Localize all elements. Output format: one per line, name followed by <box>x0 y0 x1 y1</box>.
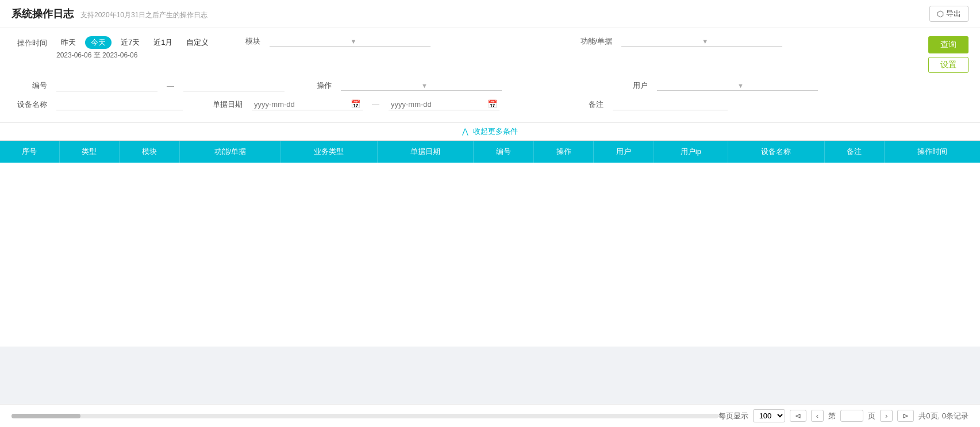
last1month-btn[interactable]: 近1月 <box>149 36 177 49</box>
date-to-calendar-icon[interactable]: 📅 <box>487 99 497 109</box>
settings-button[interactable]: 设置 <box>928 57 969 73</box>
func-label: 功能/单据 <box>577 36 617 47</box>
export-icon: ⬡ <box>937 9 944 18</box>
number-label: 编号 <box>11 80 52 91</box>
collapse-bar[interactable]: ⋀ 收起更多条件 <box>0 122 980 141</box>
func-select[interactable]: ▼ <box>621 37 782 47</box>
time-buttons: 昨天 今天 近7天 近1月 自定义 <box>56 36 213 49</box>
table-header-cell: 用户ip <box>654 141 728 163</box>
device-label: 设备名称 <box>11 99 52 110</box>
action-buttons: 查询 设置 <box>928 36 969 73</box>
operation-chevron-icon: ▼ <box>421 82 499 89</box>
page-title: 系统操作日志 <box>11 7 74 21</box>
table-header-cell: 设备名称 <box>728 141 824 163</box>
number-from-input[interactable] <box>56 80 157 91</box>
date-to-wrap: 📅 <box>389 98 499 110</box>
query-button[interactable]: 查询 <box>928 36 969 53</box>
table-header-cell: 编号 <box>474 141 533 163</box>
empty-area <box>0 163 980 347</box>
today-btn[interactable]: 今天 <box>85 36 112 49</box>
user-select[interactable]: ▼ <box>657 81 818 91</box>
date-to-input[interactable] <box>391 100 487 109</box>
table-header-cell: 模块 <box>120 141 179 163</box>
number-to-input[interactable] <box>183 80 285 91</box>
filter-row-2: 编号 — 操作 ▼ 用户 <box>11 80 969 91</box>
filter-area: 操作时间 昨天 今天 近7天 近1月 自定义 2023-06-06 至 2023… <box>0 28 980 122</box>
header-left: 系统操作日志 支持2020年10月31日之后产生的操作日志 <box>11 7 207 21</box>
func-chevron-icon: ▼ <box>702 38 780 45</box>
table-header-cell: 序号 <box>0 141 59 163</box>
collapse-label: 收起更多条件 <box>473 127 518 136</box>
date-from-calendar-icon[interactable]: 📅 <box>351 99 360 109</box>
yesterday-btn[interactable]: 昨天 <box>56 36 80 49</box>
table-wrap: 序号类型模块功能/单据业务类型单据日期编号操作用户用户ip设备名称备注操作时间 <box>0 141 980 347</box>
time-filter-group: 昨天 今天 近7天 近1月 自定义 2023-06-06 至 2023-06-0… <box>56 36 213 60</box>
table-header-cell: 功能/单据 <box>179 141 280 163</box>
export-button[interactable]: ⬡ 导出 <box>929 6 969 22</box>
time-range: 2023-06-06 至 2023-06-06 <box>56 51 213 60</box>
last7days-btn[interactable]: 近7天 <box>116 36 144 49</box>
remark-input[interactable] <box>613 99 728 110</box>
custom-btn[interactable]: 自定义 <box>182 36 213 49</box>
table-header-cell: 类型 <box>59 141 119 163</box>
table-header-cell: 单据日期 <box>377 141 474 163</box>
table-header-cell: 操作 <box>533 141 593 163</box>
op-time-label: 操作时间 <box>11 36 52 48</box>
collapse-up-icon: ⋀ <box>462 127 468 136</box>
date-dash: — <box>372 100 379 109</box>
operation-select[interactable]: ▼ <box>341 81 502 91</box>
user-label: 用户 <box>612 80 652 91</box>
page-header: 系统操作日志 支持2020年10月31日之后产生的操作日志 ⬡ 导出 <box>0 0 980 28</box>
number-dash: — <box>167 82 174 90</box>
remark-label: 备注 <box>568 99 608 110</box>
table-header-cell: 用户 <box>594 141 654 163</box>
module-label: 模块 <box>225 36 265 47</box>
user-chevron-icon: ▼ <box>737 82 816 89</box>
operation-label: 操作 <box>296 80 336 91</box>
table-header-cell: 备注 <box>824 141 884 163</box>
device-input[interactable] <box>56 99 183 110</box>
date-from-input[interactable] <box>254 100 351 109</box>
date-from-wrap: 📅 <box>252 98 363 110</box>
table-header-cell: 操作时间 <box>884 141 980 163</box>
table-header-row: 序号类型模块功能/单据业务类型单据日期编号操作用户用户ip设备名称备注操作时间 <box>0 141 980 163</box>
page-subtitle: 支持2020年10月31日之后产生的操作日志 <box>80 10 207 20</box>
filter-row-1: 操作时间 昨天 今天 近7天 近1月 自定义 2023-06-06 至 2023… <box>11 36 969 73</box>
module-select[interactable]: ▼ <box>270 37 431 47</box>
voucher-date-label: 单据日期 <box>207 99 247 110</box>
module-chevron-icon: ▼ <box>350 38 428 45</box>
export-label: 导出 <box>946 9 961 19</box>
filter-row-3: 设备名称 单据日期 📅 — 📅 <box>11 98 969 110</box>
data-table: 序号类型模块功能/单据业务类型单据日期编号操作用户用户ip设备名称备注操作时间 <box>0 141 980 163</box>
table-header-cell: 业务类型 <box>281 141 378 163</box>
